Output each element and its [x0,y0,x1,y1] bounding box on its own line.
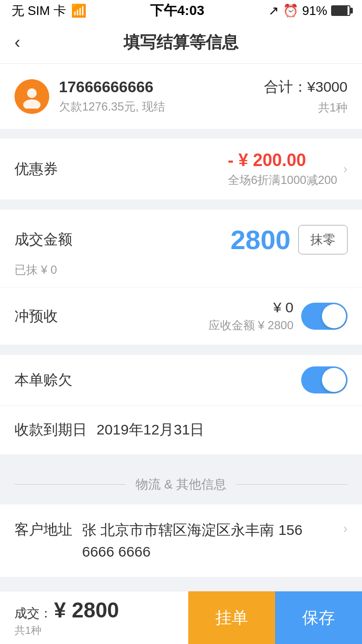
prepayment-toggle[interactable] [301,303,348,330]
divider-1 [0,129,362,139]
svg-point-0 [27,88,37,98]
address-value: 张 北京市市辖区海淀区永丰南 156 6666 6666 [82,519,334,562]
divider-4 [0,455,362,464]
prepayment-info: ¥ 0 应收金额 ¥ 2800 [209,299,293,333]
address-row[interactable]: 客户地址 张 北京市市辖区海淀区永丰南 156 6666 6666 › [0,504,362,577]
customer-left: 17666666666 欠款1276.35元, 现结 [14,78,165,114]
transaction-amount: 2800 [230,224,291,255]
location-icon: ↗ [268,3,279,18]
coupon-row[interactable]: 优惠券 - ¥ 200.00 全场6折满1000减200 › [0,139,362,200]
status-bar-right: ↗ ⏰ 91% [268,3,350,18]
back-button[interactable]: ‹ [10,28,25,57]
customer-phone: 17666666666 [59,78,165,96]
total-sub: 共1种 [264,100,348,115]
due-date-row: 收款到期日 2019年12月31日 [0,406,362,455]
bottom-summary: 成交： ¥ 2800 共1种 [0,598,188,638]
round-off-button[interactable]: 抹零 [298,225,348,254]
arrear-toggle[interactable] [301,366,348,393]
hang-button[interactable]: 挂单 [188,591,275,644]
avatar [14,79,49,114]
transaction-label: 成交金额 [14,230,72,250]
status-bar-left: 无 SIM 卡 📶 [12,2,86,19]
deal-amount: ¥ 2800 [54,598,119,622]
header-line-left [14,484,126,485]
total-amount: 合计：¥3000 [264,77,348,97]
coupon-label: 优惠券 [14,159,58,179]
deal-label: 成交： [14,605,52,622]
customer-card: 17666666666 欠款1276.35元, 现结 合计：¥3000 共1种 [0,64,362,129]
battery-text: 91% [302,3,327,18]
carrier-text: 无 SIM 卡 [12,2,66,19]
prepayment-value: ¥ 0 [209,299,293,316]
battery-icon [331,5,350,16]
address-chevron-icon: › [343,519,348,536]
due-date-label: 收款到期日 [14,420,87,440]
due-date-value: 2019年12月31日 [97,420,204,440]
header-line-right [236,484,348,485]
alarm-icon: ⏰ [283,3,298,18]
divider-2 [0,200,362,210]
coupon-chevron-icon: › [343,161,348,177]
wifi-icon: 📶 [71,3,86,18]
nav-bar: ‹ 填写结算等信息 [0,21,362,64]
customer-right: 合计：¥3000 共1种 [264,77,348,115]
divider-3 [0,345,362,355]
address-label: 客户地址 [14,519,72,540]
logistics-section-header: 物流 & 其他信息 [0,464,362,504]
page-title: 填写结算等信息 [124,31,238,54]
logistics-header-text: 物流 & 其他信息 [136,476,226,493]
svg-point-1 [23,99,41,109]
arrear-label: 本单赊欠 [14,370,72,390]
save-button[interactable]: 保存 [275,591,362,644]
prepayment-label: 冲预收 [14,307,58,326]
transaction-right: 2800 抹零 [230,224,348,255]
amount-section: 成交金额 2800 抹零 已抹 ¥ 0 [0,210,362,287]
prepayment-row: 冲预收 ¥ 0 应收金额 ¥ 2800 [0,287,362,345]
status-bar: 无 SIM 卡 📶 下午4:03 ↗ ⏰ 91% [0,0,362,21]
prepayment-right: ¥ 0 应收金额 ¥ 2800 [209,299,348,333]
status-bar-time: 下午4:03 [150,1,204,20]
coupon-discount: - ¥ 200.00 [228,150,337,170]
deal-count: 共1种 [14,623,174,638]
amount-row: 成交金额 2800 抹零 [0,210,362,260]
content-area: 17666666666 欠款1276.35元, 现结 合计：¥3000 共1种 … [0,64,362,644]
customer-sub-text: 欠款1276.35元, 现结 [59,99,165,114]
coupon-desc: 全场6折满1000减200 [228,172,337,188]
bottom-bar: 成交： ¥ 2800 共1种 挂单 保存 [0,591,362,644]
transaction-sub: 已抹 ¥ 0 [0,262,362,287]
customer-info: 17666666666 欠款1276.35元, 现结 [59,78,165,114]
prepayment-sub: 应收金额 ¥ 2800 [209,318,293,333]
arrear-row: 本单赊欠 [0,355,362,406]
